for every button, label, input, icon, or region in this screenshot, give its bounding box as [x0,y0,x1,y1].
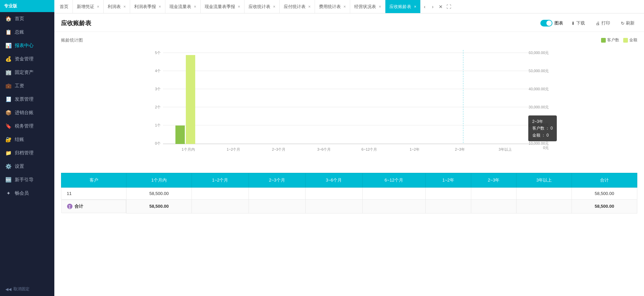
tab-close-all-btn[interactable]: ✕ [437,0,445,13]
sidebar-item-purchase[interactable]: 📦 进销台账 [0,106,54,119]
svg-text:1个: 1个 [155,123,161,127]
tab-aging[interactable]: 应收账龄表 × [385,0,421,13]
collapse-label: 取消固定 [13,286,30,292]
tab-close-icon[interactable]: × [97,4,99,9]
print-icon: 🖨 [596,21,600,26]
tab-close-icon[interactable]: × [123,4,126,9]
tab-close-icon[interactable]: × [414,4,416,9]
cell-m12 [192,188,249,200]
sidebar-collapse-btn[interactable]: ◀◀ 取消固定 [0,282,54,296]
sidebar-item-home[interactable]: 🏠 首页 [0,12,54,26]
sidebar-item-tax[interactable]: 🔖 税务管理 [0,119,54,133]
sidebar-item-label: 工资 [15,83,24,89]
sidebar-item-settings[interactable]: ⚙️ 设置 [0,160,54,173]
sidebar-item-label: 发票管理 [15,96,34,102]
tab-profit-quarter[interactable]: 利润表季报 × [130,0,165,13]
tab-next-btn[interactable]: › [429,0,437,13]
tab-business-stat[interactable]: 经营状况表 × [350,0,385,13]
col-m23: 2~3个月 [249,173,306,188]
sidebar-item-archive[interactable]: 📁 归档管理 [0,146,54,160]
svg-text:4个: 4个 [155,69,161,73]
page-header: 应收账龄表 图表 ⬇ 下载 🖨 打印 ↻ 刷新 [54,13,644,32]
close-icon: 🔐 [5,137,11,143]
cell-m36 [306,188,363,200]
tab-label: 应收账龄表 [389,4,411,10]
sidebar-item-fund[interactable]: 💰 资金管理 [0,52,54,66]
sidebar-item-label: 报表中心 [15,43,34,49]
sidebar-item-close[interactable]: 🔐 结账 [0,133,54,146]
legend-customer: 客户数 [601,37,619,43]
cell-total-m36 [306,200,363,213]
tab-close-icon[interactable]: × [273,4,275,9]
tab-profit[interactable]: 利润表 × [104,0,130,13]
download-btn[interactable]: ⬇ 下载 [569,19,588,28]
chart-toggle[interactable]: 图表 [540,20,563,27]
svg-text:1~2个月: 1~2个月 [227,147,240,151]
svg-text:1个月内: 1个月内 [181,147,195,151]
col-m1: 1个月内 [126,173,192,188]
vip-icon: ✦ [5,190,11,196]
sidebar-item-vip[interactable]: ✦ 畅会员 [0,187,54,200]
tab-expand-btn[interactable]: ⛶ [445,0,453,13]
svg-text:3年以上: 3年以上 [498,147,512,151]
sidebar-item-label: 新手引导 [15,177,34,183]
sidebar-item-guide[interactable]: 🆕 新手引导 [0,173,54,187]
tab-payable-stat[interactable]: 应付统计表 × [280,0,315,13]
sidebar-item-label: 归档管理 [15,150,34,156]
tab-cashflow-quarter[interactable]: 现金流量表季报 × [201,0,245,13]
toggle-track[interactable] [540,20,552,27]
svg-text:2个: 2个 [155,105,161,109]
chart-title: 账龄统计图 [61,37,637,43]
tab-home[interactable]: 首页 [56,0,73,13]
tab-voucher[interactable]: 新增凭证 × [73,0,104,13]
download-icon: ⬇ [571,21,575,26]
svg-text:1~2年: 1~2年 [410,147,420,151]
table-total-row: ∑ 合计 58,500.00 58,500.00 [61,200,637,213]
tab-label: 费用统计表 [319,4,341,10]
tab-label: 应付统计表 [284,4,306,10]
sidebar-item-label: 首页 [15,16,24,22]
cell-m23 [249,188,306,200]
tab-prev-btn[interactable]: ‹ [421,0,429,13]
table-row: 11 58,500.00 58,500.00 [61,188,637,200]
col-y23: 2~3年 [471,173,517,188]
tab-close-icon[interactable]: × [343,4,346,9]
data-table: 客户 1个月内 1~2个月 2~3个月 3~6个月 6~12个月 1~2年 2~… [61,173,637,213]
sidebar-item-asset[interactable]: 🏢 固定资产 [0,66,54,79]
refresh-icon: ↻ [621,21,625,26]
cell-total-total: 58,500.00 [572,200,637,213]
tab-close-icon[interactable]: × [194,4,196,9]
bar-customer-1 [175,126,185,144]
cell-m1: 58,500.00 [126,188,192,200]
sidebar-logo: 专业版 [0,0,54,12]
sidebar-item-salary[interactable]: 💼 工资 [0,79,54,93]
chart-svg: 5个 4个 3个 2个 1个 0个 60,000.00元 50,000.00元 … [61,47,637,161]
refresh-btn[interactable]: ↻ 刷新 [618,19,637,28]
ledger-icon: 📋 [5,29,11,35]
toggle-label: 图表 [554,20,563,26]
sidebar-item-ledger[interactable]: 📋 总账 [0,26,54,39]
cell-total-label: ∑ 合计 [61,200,126,213]
chart-legend: 客户数 金额 [601,37,637,43]
tab-close-icon[interactable]: × [238,4,240,9]
legend-amount: 金额 [623,37,637,43]
toggle-thumb [546,20,552,26]
sidebar-item-report[interactable]: 📊 报表中心 [0,39,54,52]
tab-expense-stat[interactable]: 费用统计表 × [315,0,350,13]
tab-close-icon[interactable]: × [379,4,381,9]
tab-cashflow[interactable]: 现金流量表 × [165,0,201,13]
cell-total-y3plus [517,200,572,213]
print-btn[interactable]: 🖨 打印 [593,19,613,28]
col-total: 合计 [572,173,637,188]
svg-text:3~6个月: 3~6个月 [317,147,331,151]
total-icon: ∑ [67,204,72,209]
col-customer: 客户 [61,173,126,188]
tab-close-icon[interactable]: × [159,4,161,9]
sidebar-item-label: 结账 [15,137,24,143]
sidebar-item-label: 畅会员 [15,190,29,196]
sidebar-item-invoice[interactable]: 🧾 发票管理 [0,93,54,106]
tab-label: 现金流量表 [169,4,191,10]
tab-close-icon[interactable]: × [308,4,311,9]
tab-label: 首页 [60,4,68,10]
tab-receivable-stat[interactable]: 应收统计表 × [245,0,280,13]
